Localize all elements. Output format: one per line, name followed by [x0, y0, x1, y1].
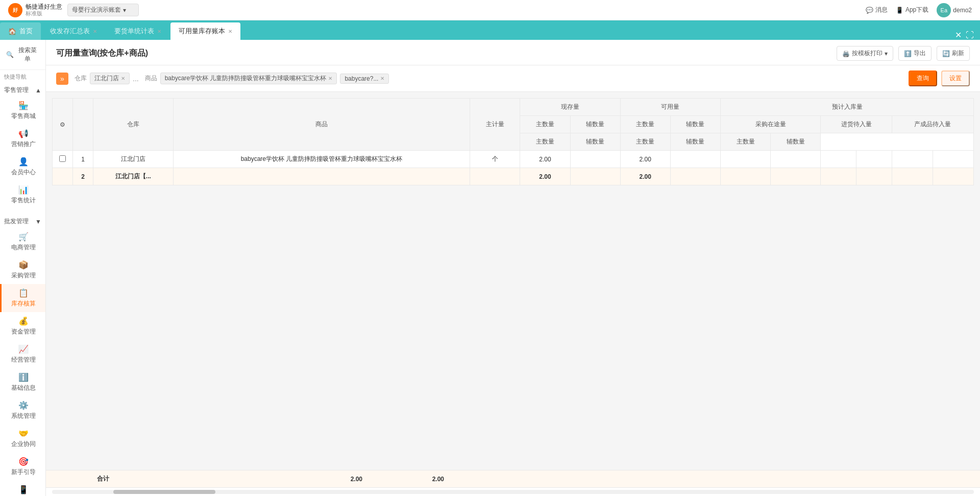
sidebar-item-enterprise[interactable]: 🤝 企业协同: [0, 424, 45, 453]
template-print-button[interactable]: 🖨️ 按模板打印 ▾: [837, 46, 893, 61]
query-button[interactable]: 查询: [909, 70, 937, 86]
product-tag-2[interactable]: babycare?... ✕: [340, 74, 389, 84]
sidebar-item-member[interactable]: 👤 会员中心: [0, 153, 45, 181]
sidebar-item-marketing[interactable]: 📢 营销推广: [0, 125, 45, 153]
sidebar-search-area: 🔍 搜索菜单: [0, 40, 45, 70]
ecommerce-icon: 🛒: [18, 232, 29, 242]
th-warehouse: 仓库: [93, 99, 174, 151]
th-planned-inbound: 预计入库量: [721, 99, 974, 116]
top-bar-right: 💬 消息 📱 App下载 Ea demo2: [866, 3, 972, 17]
product-tag-1[interactable]: babycare学饮杯 儿童防摔防撞吸管杯重力球吸嘴杯宝宝水杯 ✕: [160, 73, 337, 84]
basic-icon: ℹ️: [18, 372, 29, 382]
refresh-icon: 🔄: [942, 50, 950, 57]
td-subtotal-current-aux: [570, 168, 620, 185]
fullscreen-icon[interactable]: ⛶: [966, 31, 974, 40]
td-warehouse: 江北门店: [93, 151, 174, 168]
product-filter-label: 商品: [145, 74, 157, 83]
td-subtotal-checkbox: [53, 168, 73, 185]
tab-available[interactable]: 可用量库存账本 ✕: [170, 22, 240, 40]
warehouse-more-icon[interactable]: ...: [133, 75, 139, 83]
user-avatar-area[interactable]: Ea demo2: [937, 3, 972, 17]
td-num: 1: [73, 151, 93, 168]
message-icon: 💬: [866, 7, 873, 14]
tab-bar: 🏠 首页 收发存汇总表 ✕ 要货单统计表 ✕ 可用量库存账本 ✕ ✕ ⛶: [0, 20, 980, 40]
th-production-main: 主数量: [721, 133, 771, 151]
footer-current-main: 2.00: [322, 476, 362, 483]
table-row[interactable]: 1 江北门店 babycare学饮杯 儿童防摔防撞吸管杯重力球吸嘴杯宝宝水杯 个…: [53, 151, 974, 168]
scrollbar-area: [46, 487, 980, 496]
filter-action-buttons: 查询 设置: [909, 70, 970, 86]
sidebar-item-retail-mgmt[interactable]: 零售管理 ▲: [0, 82, 45, 97]
sidebar-item-wholesale-mgmt[interactable]: 批发管理 ▼: [0, 213, 45, 228]
tab-orders[interactable]: 要货单统计表 ✕: [106, 22, 169, 40]
close-tab-available[interactable]: ✕: [228, 29, 232, 34]
sidebar-item-system[interactable]: ⚙️ 系统管理: [0, 396, 45, 424]
settings-button[interactable]: 设置: [941, 70, 970, 86]
product-tag1-remove-icon[interactable]: ✕: [328, 76, 332, 81]
warehouse-tag[interactable]: 江北门店 ✕: [90, 73, 130, 84]
td-subtotal-purchase-aux: [771, 168, 821, 185]
td-subtotal-avail-aux: [670, 168, 720, 185]
refresh-button[interactable]: 🔄 刷新: [937, 46, 970, 61]
horizontal-scrollbar[interactable]: [52, 490, 974, 494]
sidebar-item-app-center[interactable]: 📱 应用中心: [0, 481, 45, 496]
message-button[interactable]: 💬 消息: [866, 6, 888, 14]
th-checkbox: ⚙: [53, 99, 73, 151]
mall-icon: 🏪: [18, 101, 29, 110]
warehouse-remove-icon[interactable]: ✕: [121, 76, 125, 81]
marketing-icon: 📢: [18, 129, 29, 138]
page-header: 可用量查询(按仓库+商品) 🖨️ 按模板打印 ▾ ⬆️ 导出 🔄 刷新: [46, 40, 980, 65]
industry-selector[interactable]: 母婴行业演示账套 ▾: [67, 4, 139, 16]
th-available: 可用量: [620, 99, 720, 116]
product-filter: 商品 babycare学饮杯 儿童防摔防撞吸管杯重力球吸嘴杯宝宝水杯 ✕ bab…: [145, 73, 389, 84]
inventory-icon: 📋: [18, 288, 29, 298]
export-icon: ⬆️: [904, 50, 912, 57]
quick-nav-label: 快捷导航: [0, 70, 45, 82]
sidebar-item-inventory[interactable]: 📋 库存核算: [0, 284, 45, 312]
td-subtotal-production-main: [892, 168, 933, 185]
row-checkbox-1[interactable]: [59, 155, 66, 162]
th-incoming-main: 主数量: [620, 133, 670, 151]
table-footer: 合计 2.00 2.00: [46, 470, 980, 487]
td-subtotal-warehouse: 江北门店【...: [93, 168, 174, 185]
sidebar-item-retail-mall[interactable]: 🏪 零售商城: [0, 97, 45, 125]
sidebar-item-finance[interactable]: 💰 资金管理: [0, 312, 45, 340]
search-menu-button[interactable]: 🔍 搜索菜单: [4, 44, 41, 65]
scrollbar-thumb[interactable]: [113, 490, 215, 494]
sidebar-item-purchase[interactable]: 📦 采购管理: [0, 256, 45, 284]
settings-gear-icon[interactable]: ⚙: [60, 121, 65, 128]
th-current-main: 主数量: [520, 116, 570, 133]
th-avail-main: 主数量: [620, 116, 670, 133]
app-download-button[interactable]: 📱 App下载: [896, 6, 928, 14]
td-current-aux: [570, 151, 620, 168]
td-production-main: [892, 151, 933, 168]
td-subtotal-incoming-aux: [856, 168, 892, 185]
td-purchase-aux: [771, 151, 821, 168]
export-button[interactable]: ⬆️ 导出: [898, 46, 932, 61]
sidebar-item-ecommerce[interactable]: 🛒 电商管理: [0, 228, 45, 256]
tab-home[interactable]: 🏠 首页: [0, 22, 41, 40]
td-subtotal-product: [173, 168, 470, 185]
close-all-icon[interactable]: ✕: [955, 30, 962, 40]
td-avail-aux: [670, 151, 720, 168]
footer-avail-main: 2.00: [403, 476, 444, 483]
content-area: 可用量查询(按仓库+商品) 🖨️ 按模板打印 ▾ ⬆️ 导出 🔄 刷新: [46, 40, 980, 496]
close-tab-receipts[interactable]: ✕: [93, 29, 97, 34]
page-title: 可用量查询(按仓库+商品): [56, 48, 148, 59]
td-subtotal-production-aux: [933, 168, 973, 185]
close-tab-orders[interactable]: ✕: [157, 29, 161, 34]
sidebar-item-basic[interactable]: ℹ️ 基础信息: [0, 368, 45, 396]
filter-expand-button[interactable]: »: [56, 73, 68, 85]
footer-total-label: 合计: [97, 475, 138, 483]
td-avail-main: 2.00: [620, 151, 670, 168]
print-icon: 🖨️: [842, 50, 850, 57]
sidebar-item-new-guide[interactable]: 🎯 新手引导: [0, 453, 45, 481]
td-incoming-main: [821, 151, 856, 168]
tab-receipts[interactable]: 收发存汇总表 ✕: [42, 22, 105, 40]
sidebar-item-retail-stat[interactable]: 📊 零售统计: [0, 181, 45, 209]
logo-text: 畅捷通好生意 标准版: [26, 3, 62, 17]
sidebar-item-operations[interactable]: 📈 经营管理: [0, 340, 45, 368]
product-tag2-remove-icon[interactable]: ✕: [380, 76, 384, 81]
ops-icon: 📈: [18, 344, 29, 354]
td-checkbox[interactable]: [53, 151, 73, 168]
